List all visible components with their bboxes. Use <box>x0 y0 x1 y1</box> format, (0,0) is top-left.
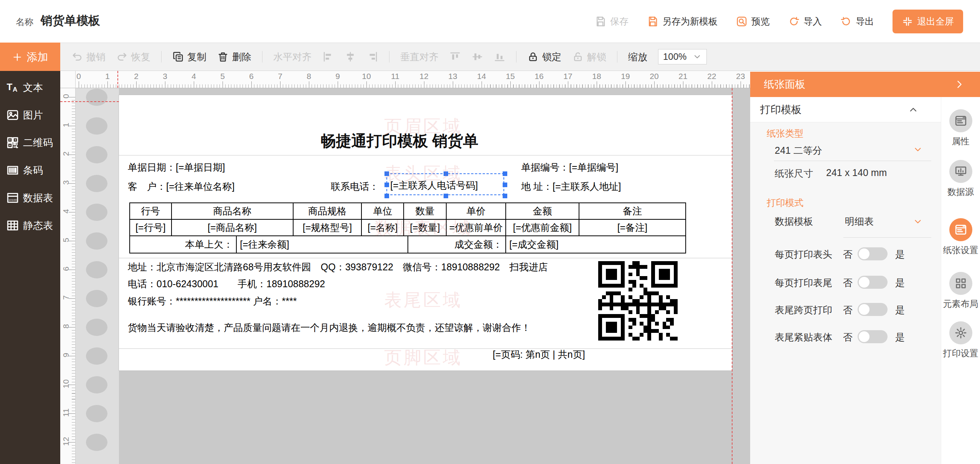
copy-button[interactable]: 复制 <box>172 51 206 63</box>
feed-hole <box>86 347 107 365</box>
doc-footer-line[interactable]: 银行账号：******************** 户名：**** <box>128 295 297 308</box>
table-footer-cell[interactable]: 成交金额： <box>408 236 506 253</box>
ruler-number: 10 <box>61 378 71 390</box>
table-footer-cell[interactable]: [=往来余额] <box>237 236 408 253</box>
lock-button[interactable]: 锁定 <box>527 51 561 63</box>
toggle-switch[interactable] <box>858 330 888 343</box>
save-as-button[interactable]: 另存为新模板 <box>647 15 718 28</box>
chevron-down-icon[interactable] <box>913 145 923 155</box>
data-table[interactable]: 行号商品名称商品规格单位数量单价金额备注[=行号][=商品名称][=规格型号][… <box>129 202 686 253</box>
field-value: [=往来单位名称] <box>166 181 235 192</box>
save-button[interactable]: 保存 <box>595 15 629 28</box>
selection-handle[interactable] <box>384 194 389 198</box>
table-field-cell[interactable]: [=规格型号] <box>294 220 362 235</box>
doc-field-phone-label[interactable]: 联系电话： <box>331 180 379 193</box>
paper-size-label: 纸张尺寸 <box>775 167 813 180</box>
selection-handle[interactable] <box>444 194 448 198</box>
import-button[interactable]: 导入 <box>788 15 822 28</box>
toggle-label: 表尾紧贴表体 <box>775 331 832 344</box>
selection-handle[interactable] <box>384 183 389 187</box>
zoom-select[interactable]: 100% <box>658 49 707 64</box>
toolbar-tools: 撤销 恢复 复制 删除 水平对齐 垂直对齐 <box>71 43 707 71</box>
align-top-icon[interactable] <box>449 51 461 63</box>
sidebar-item-barcode[interactable]: 条码 <box>0 161 60 179</box>
undo-button[interactable]: 撤销 <box>71 51 106 63</box>
table-field-cell[interactable]: [=行号] <box>130 220 172 235</box>
preview-button[interactable]: 预览 <box>736 15 770 28</box>
table-field-cell[interactable]: [=数量] <box>404 220 447 235</box>
align-bottom-icon[interactable] <box>494 51 505 63</box>
table-footer-cell[interactable]: 本单上欠： <box>130 236 237 253</box>
design-canvas[interactable]: 畅捷通打印模板 销货单 单据日期：[=单据日期] 单据编号：[=单据编号] 客 … <box>76 88 750 464</box>
field-underline <box>843 237 931 238</box>
add-button[interactable]: 添加 <box>0 43 60 71</box>
unlock-button[interactable]: 解锁 <box>572 51 606 63</box>
svg-text:101001: 101001 <box>8 198 18 202</box>
export-button[interactable]: 导出 <box>840 15 874 28</box>
table-header-cell[interactable]: 备注 <box>579 203 685 219</box>
svg-text:T: T <box>7 82 12 92</box>
table-header-cell[interactable]: 商品名称 <box>172 203 294 219</box>
ruler-number: 2 <box>61 148 71 160</box>
doc-field-address[interactable]: 地 址：[=主联系人地址] <box>521 180 621 193</box>
redo-button[interactable]: 恢复 <box>116 51 150 63</box>
selection-handle[interactable] <box>503 194 507 198</box>
sidebar-item-qrcode[interactable]: 二维码 <box>0 134 60 151</box>
toggle-switch[interactable] <box>858 303 888 316</box>
toggle-switch[interactable] <box>858 276 888 289</box>
page-number-field[interactable]: [=页码: 第n页 | 共n页] <box>493 348 585 361</box>
doc-field-number[interactable]: 单据编号：[=单据编号] <box>521 161 619 174</box>
field-value: [=单据日期] <box>176 162 225 173</box>
ruler-number: 3 <box>163 72 167 81</box>
sidebar-item-image[interactable]: 图片 <box>0 106 60 124</box>
doc-field-date[interactable]: 单据日期：[=单据日期] <box>128 161 225 174</box>
doc-field-customer[interactable]: 客 户：[=往来单位名称] <box>128 180 235 193</box>
sidebar-item-text[interactable]: TA文本 <box>0 79 60 96</box>
chevron-right-icon[interactable] <box>954 79 965 90</box>
statictable-icon <box>6 219 19 232</box>
align-center-icon[interactable] <box>345 51 356 63</box>
selection-handle[interactable] <box>384 171 389 176</box>
table-field-cell[interactable]: =优惠前单价 <box>447 220 506 235</box>
table-header-cell[interactable]: 单位 <box>362 203 404 219</box>
zoom-text: 缩放 <box>628 51 647 63</box>
toggle-switch[interactable] <box>858 247 888 260</box>
template-page[interactable]: 畅捷通打印模板 销货单 单据日期：[=单据日期] 单据编号：[=单据编号] 客 … <box>119 95 732 370</box>
table-header-cell[interactable]: 数量 <box>404 203 447 219</box>
selection-handle[interactable] <box>503 183 507 187</box>
chevron-up-icon[interactable] <box>908 104 919 115</box>
print-template-section[interactable]: 打印模板 <box>750 97 941 122</box>
region-watermark: 表尾区域 <box>384 288 462 312</box>
selected-element[interactable]: [=主联系人电话号码] <box>386 173 504 195</box>
table-field-cell[interactable]: [=优惠前金额] <box>506 220 579 235</box>
align-middle-icon[interactable] <box>472 51 483 63</box>
selection-handle[interactable] <box>444 171 448 176</box>
paper-panel-header[interactable]: 纸张面板 <box>750 72 980 97</box>
data-template-select[interactable]: 明细表 <box>845 215 874 228</box>
table-field-cell[interactable]: [=备注] <box>579 220 685 235</box>
table-field-cell[interactable]: [=商品名称] <box>172 220 294 235</box>
chevron-down-icon[interactable] <box>913 217 923 227</box>
table-footer-cell[interactable]: [=成交金额] <box>506 236 685 253</box>
paper-type-select[interactable]: 241 二等分 <box>775 144 822 157</box>
exit-fullscreen-button[interactable]: 退出全屏 <box>893 10 963 33</box>
delete-button[interactable]: 删除 <box>217 51 251 63</box>
doc-footer-line[interactable]: 地址：北京市海淀区北清路68号用友软件园 QQ：393879122 微信号：18… <box>128 261 548 273</box>
doc-title[interactable]: 畅捷通打印模板 销货单 <box>320 130 478 151</box>
table-header-cell[interactable]: 金额 <box>506 203 579 219</box>
qr-code[interactable] <box>598 261 678 341</box>
paper-settings-icon <box>949 218 972 241</box>
selection-handle[interactable] <box>503 171 507 176</box>
doc-footer-line[interactable]: 货物当天请验收清楚，产品质量问题请在一个月内退换，逾期概不负责，还望谅解，谢谢合… <box>128 321 531 334</box>
align-right-icon[interactable] <box>367 51 378 63</box>
unlock-label: 解锁 <box>587 51 606 63</box>
doc-footer-line[interactable]: 电话：010-62430001 手机：18910888292 <box>128 278 325 290</box>
table-field-cell[interactable]: [=名称] <box>362 220 404 235</box>
sidebar-item-datatable[interactable]: 101001数据表 <box>0 189 60 207</box>
align-left-icon[interactable] <box>322 51 334 63</box>
table-header-cell[interactable]: 行号 <box>130 203 172 219</box>
field-value: [=主联系人地址] <box>553 181 621 192</box>
table-header-cell[interactable]: 单价 <box>447 203 506 219</box>
table-header-cell[interactable]: 商品规格 <box>294 203 362 219</box>
sidebar-item-statictable[interactable]: 静态表 <box>0 217 60 234</box>
